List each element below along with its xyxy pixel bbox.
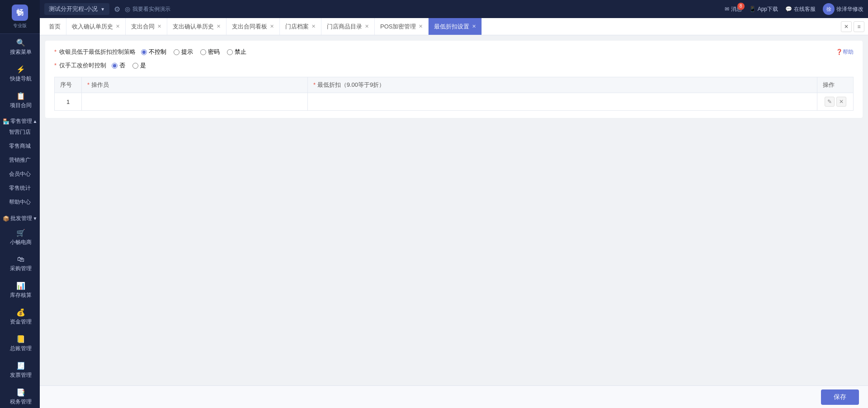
tab-payment-confirm[interactable]: 支出确认单历史 ✕ xyxy=(167,18,226,35)
message-badge: 8 xyxy=(737,3,745,10)
tab-payment-board[interactable]: 支出合同看板 ✕ xyxy=(226,18,280,35)
tab-close-icon[interactable]: ✕ xyxy=(365,23,369,29)
tab-close-icon[interactable]: ✕ xyxy=(472,23,476,29)
option-remind[interactable]: 提示 xyxy=(174,48,193,56)
delete-row-button[interactable]: ✕ xyxy=(836,97,846,107)
ecommerce-icon: 🛒 xyxy=(16,229,25,237)
tab-min-discount[interactable]: 最低折扣设置 ✕ xyxy=(429,18,482,35)
table-container: 序号 * 操作员 * 最低折扣（9.00等于9折） 操作 1 xyxy=(54,77,854,111)
sidebar-item-label: 项目合同 xyxy=(10,102,32,109)
sidebar-item-project[interactable]: 📋 项目合同 xyxy=(0,87,40,114)
demo-icon: ◎ xyxy=(125,5,130,13)
sidebar-item-members[interactable]: 会员中心 xyxy=(2,167,38,181)
tab-store-file[interactable]: 门店档案 ✕ xyxy=(280,18,321,35)
sidebar-item-help[interactable]: 帮助中心 xyxy=(2,195,38,209)
sidebar-item-batch-mgmt[interactable]: 📦 批发管理 ▼ xyxy=(0,211,40,224)
tab-label: 门店档案 xyxy=(285,23,309,31)
batch-icon: 📦 xyxy=(3,216,9,222)
project-name: 测试分开完程-小况 xyxy=(49,5,98,13)
save-button[interactable]: 保存 xyxy=(821,389,859,405)
sidebar-item-smart-store[interactable]: 智营门店 xyxy=(2,125,38,139)
tab-close-icon[interactable]: ✕ xyxy=(419,23,423,29)
option-label: 否 xyxy=(119,61,125,70)
tabs-more-button[interactable]: ≡ xyxy=(854,21,864,32)
option-label: 密码 xyxy=(208,48,220,56)
ledger-icon: 📒 xyxy=(16,335,25,343)
logo-icon: 畅 xyxy=(12,5,28,21)
project-chevron-icon: ▼ xyxy=(100,7,105,12)
sidebar-item-online-store[interactable]: 零售商城 xyxy=(2,139,38,153)
sidebar-item-retail-mgmt[interactable]: 🏪 零售管理 ▲ 智营门店 零售商城 营销推广 会员中心 零售统计 帮助中心 xyxy=(0,114,40,211)
cell-discount xyxy=(308,93,817,111)
topbar-project[interactable]: 测试分开完程-小况 ▼ xyxy=(44,3,109,15)
main-area: 测试分开完程-小况 ▼ ⚙ ◎ 我要看实例演示 ✉ 消息 8 📱 App下载 💬… xyxy=(40,0,868,408)
sidebar-item-label: 库存核算 xyxy=(10,291,32,299)
tab-label: POS加密管理 xyxy=(380,23,416,31)
sidebar-item-inventory[interactable]: 📊 库存核算 xyxy=(0,277,40,304)
tab-label: 最低折扣设置 xyxy=(434,23,469,31)
sidebar-item-shortcuts[interactable]: ⚡ 快捷导航 xyxy=(0,61,40,87)
required-star: * xyxy=(54,62,57,69)
option-password[interactable]: 密码 xyxy=(200,48,220,56)
sidebar-item-search[interactable]: 🔍 搜索菜单 xyxy=(0,34,40,61)
topbar-demo[interactable]: ◎ 我要看实例演示 xyxy=(125,5,170,13)
cell-action: ✎ ✕ xyxy=(817,93,854,111)
tab-close-icon[interactable]: ✕ xyxy=(217,23,221,29)
tab-close-icon[interactable]: ✕ xyxy=(116,23,120,29)
sidebar-logo: 畅 专业版 xyxy=(0,0,40,34)
option-forbid[interactable]: 禁止 xyxy=(227,48,246,56)
option-yes[interactable]: 是 xyxy=(132,61,146,70)
sidebar-item-invoice[interactable]: 🧾 发票管理 xyxy=(0,357,40,384)
tabs-bar: 首页 收入确认单历史 ✕ 支出合同 ✕ 支出确认单历史 ✕ 支出合同看板 ✕ 门… xyxy=(40,18,868,35)
tab-label: 收入确认单历史 xyxy=(72,23,113,31)
sidebar-item-label: 发票管理 xyxy=(10,371,32,379)
tab-close-icon[interactable]: ✕ xyxy=(270,23,274,29)
sidebar-item-ecommerce[interactable]: 🛒 小畅电商 xyxy=(0,224,40,251)
message-button[interactable]: ✉ 消息 8 xyxy=(725,5,742,13)
radio-no[interactable] xyxy=(112,63,118,69)
radio-yes[interactable] xyxy=(132,63,138,69)
sidebar: 畅 专业版 🔍 搜索菜单 ⚡ 快捷导航 📋 项目合同 🏪 零售管理 ▲ 智营门店… xyxy=(0,0,40,408)
message-icon: ✉ xyxy=(725,6,729,12)
tab-pos-lock[interactable]: POS加密管理 ✕ xyxy=(375,18,429,35)
tab-close-icon[interactable]: ✕ xyxy=(311,23,316,29)
sidebar-item-retail-stats[interactable]: 零售统计 xyxy=(2,181,38,195)
discount-strategy-row: * 收银员低于最低折扣控制策略 不控制 提示 密码 xyxy=(54,48,854,56)
sidebar-item-label: 资金管理 xyxy=(10,318,32,326)
radio-no-control[interactable] xyxy=(141,49,147,55)
online-service-label: 在线客服 xyxy=(794,5,816,13)
radio-password[interactable] xyxy=(200,49,206,55)
retail-mgmt-icon: 🏪 xyxy=(3,118,9,125)
option-no-control[interactable]: 不控制 xyxy=(141,48,166,56)
help-link[interactable]: ❓帮助 xyxy=(836,48,854,56)
sidebar-item-finance[interactable]: 💰 资金管理 xyxy=(0,304,40,330)
sidebar-item-tax[interactable]: 📑 税务管理 xyxy=(0,384,40,408)
table-row: 1 ✎ ✕ xyxy=(55,93,854,111)
tab-label: 支出确认单历史 xyxy=(173,23,214,31)
online-service-button[interactable]: 💬 在线客服 xyxy=(785,5,816,13)
app-download-button[interactable]: 📱 App下载 xyxy=(749,5,778,13)
sidebar-item-purchase[interactable]: 🛍 采购管理 xyxy=(0,251,40,277)
sidebar-item-marketing[interactable]: 营销推广 xyxy=(2,153,38,167)
user-avatar: 徐 xyxy=(823,3,835,15)
tab-close-icon[interactable]: ✕ xyxy=(157,23,161,29)
manual-control-options: 否 是 xyxy=(112,61,146,70)
col-header-operator: * 操作员 xyxy=(82,77,308,93)
tab-home[interactable]: 首页 xyxy=(43,18,66,35)
sidebar-item-label: 税务管理 xyxy=(10,398,32,406)
finance-icon: 💰 xyxy=(16,308,25,317)
tabs-close-button[interactable]: ✕ xyxy=(841,21,852,32)
radio-remind[interactable] xyxy=(174,49,179,55)
user-name: 徐泽华修改 xyxy=(836,5,863,13)
user-menu[interactable]: 徐 徐泽华修改 xyxy=(823,3,863,15)
tab-income[interactable]: 收入确认单历史 ✕ xyxy=(66,18,126,35)
sidebar-item-label: 搜索菜单 xyxy=(10,48,32,56)
topbar-settings-button[interactable]: ⚙ xyxy=(114,5,120,14)
tab-store-goods[interactable]: 门店商品目录 ✕ xyxy=(321,18,375,35)
sidebar-item-ledger[interactable]: 📒 总账管理 xyxy=(0,330,40,357)
tab-payment[interactable]: 支出合同 ✕ xyxy=(126,18,167,35)
option-no[interactable]: 否 xyxy=(112,61,125,70)
edit-row-button[interactable]: ✎ xyxy=(825,97,835,107)
required-star: * xyxy=(54,48,57,55)
radio-forbid[interactable] xyxy=(227,49,233,55)
